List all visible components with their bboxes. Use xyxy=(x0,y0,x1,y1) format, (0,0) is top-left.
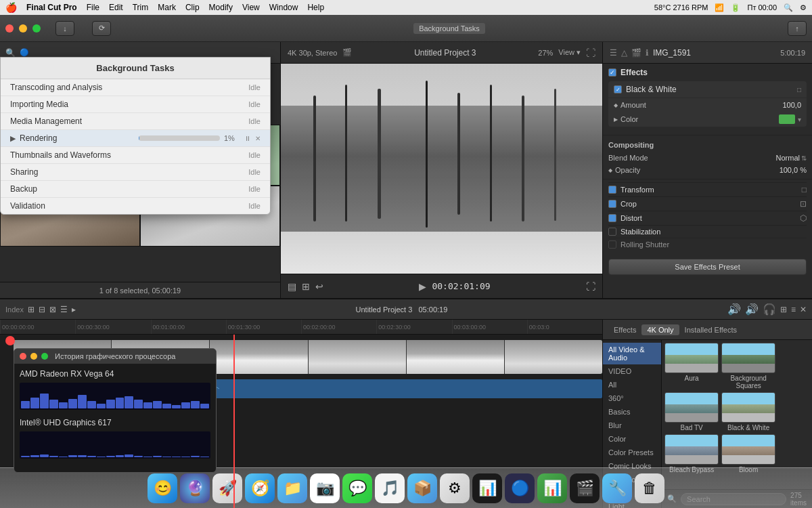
task-validation-status: Idle xyxy=(248,202,261,210)
index-label[interactable]: Index xyxy=(5,305,24,314)
pause-icon[interactable]: ⏸ xyxy=(244,135,251,142)
fullscreen-icon[interactable]: ⛶ xyxy=(586,47,595,58)
task-transcoding-status: Idle xyxy=(248,83,261,91)
tl-btn-3[interactable]: ⊠ xyxy=(49,305,56,314)
color-expand[interactable]: ▶ xyxy=(614,117,618,123)
dock-siri[interactable]: 🔮 xyxy=(180,473,210,503)
save-effects-btn[interactable]: Save Effects Preset xyxy=(608,259,807,275)
cat-color-presets[interactable]: Color Presets xyxy=(603,446,661,459)
clip-view-btn[interactable]: ▤ xyxy=(288,281,296,292)
tab-4k-only[interactable]: 4K Only xyxy=(641,324,679,335)
dock-messages[interactable]: 💬 xyxy=(342,473,372,503)
cat-blur[interactable]: Blur xyxy=(603,419,661,432)
play-btn[interactable]: ▶ xyxy=(419,281,426,292)
tl-zoom-in[interactable]: 🔊 xyxy=(745,303,759,316)
gpu-minimize-dot[interactable] xyxy=(30,353,37,360)
effects-label: Effects xyxy=(621,68,648,77)
inspector-icon-1[interactable]: ☰ xyxy=(610,48,617,58)
tl-btn-4[interactable]: ☰ xyxy=(60,305,68,314)
tl-btn-5[interactable]: ▸ xyxy=(72,305,76,314)
bw-expand-icon: □ xyxy=(797,86,801,93)
cat-all[interactable]: All xyxy=(603,378,661,391)
dock-finder[interactable]: 😊 xyxy=(148,473,177,503)
view-menu-btn[interactable]: View ▾ xyxy=(558,48,581,57)
toolbar-btn-2[interactable]: ⟳ xyxy=(92,21,111,36)
browser-search-icon[interactable]: 🔍 xyxy=(5,48,16,58)
modify-menu[interactable]: Modify xyxy=(209,3,233,12)
ctrl-btn-2[interactable]: ⊞ xyxy=(302,281,310,292)
cat-360[interactable]: 360° xyxy=(603,391,661,405)
tab-effects[interactable]: Effects xyxy=(608,324,641,335)
task-validation: Validation xyxy=(10,201,248,211)
dock-extra[interactable]: 🔧 xyxy=(602,473,632,503)
dock-fcp[interactable]: 🎬 xyxy=(570,473,600,503)
transform-icon: □ xyxy=(802,185,807,194)
help-menu[interactable]: Help xyxy=(307,3,324,12)
dock-numbers[interactable]: 📊 xyxy=(537,473,567,503)
dock-launchpad[interactable]: 🚀 xyxy=(212,473,242,503)
effects-checkbox[interactable]: ✓ xyxy=(608,68,616,77)
traffic-light-expand[interactable] xyxy=(32,24,41,33)
stabilization-checkbox[interactable] xyxy=(608,228,616,236)
tab-installed[interactable]: Installed Effects xyxy=(679,324,742,335)
dock-trash[interactable]: 🗑 xyxy=(635,473,664,503)
traffic-light-minimize[interactable] xyxy=(19,24,27,33)
share-btn[interactable]: ↑ xyxy=(788,21,807,36)
dock-safari[interactable]: 🧭 xyxy=(245,473,275,503)
effect-item-1[interactable]: Background Squares xyxy=(721,343,775,389)
dock-photos[interactable]: 📷 xyxy=(310,473,340,503)
color-expand-btn[interactable]: ▾ xyxy=(798,116,801,123)
inspector-icon-2[interactable]: △ xyxy=(621,48,627,58)
ctrl-btn-3[interactable]: ↩ xyxy=(315,281,323,292)
clip-menu[interactable]: Clip xyxy=(185,3,200,12)
dock-music[interactable]: 🎵 xyxy=(375,473,405,503)
gpu-expand-dot[interactable] xyxy=(41,353,48,360)
inspector-icon-4[interactable]: ℹ xyxy=(646,48,649,58)
cat-video[interactable]: VIDEO xyxy=(603,364,661,378)
window-menu[interactable]: Window xyxy=(269,3,298,12)
traffic-light-close[interactable] xyxy=(5,24,14,33)
effect-item-3[interactable]: Black & White xyxy=(721,392,775,431)
tl-zoom-out[interactable]: 🔊 xyxy=(727,303,741,316)
stop-icon[interactable]: ✕ xyxy=(255,135,261,142)
color-swatch[interactable] xyxy=(779,114,795,124)
view-menu[interactable]: View xyxy=(242,3,260,12)
effect-item-0[interactable]: Aura xyxy=(664,343,719,389)
control-center[interactable]: ⚙ xyxy=(800,3,807,12)
tl-view-btn[interactable]: ⊞ xyxy=(780,305,787,314)
rolling-checkbox[interactable] xyxy=(608,240,616,249)
dock-activity[interactable]: 📊 xyxy=(472,473,502,503)
fullscreen-btn[interactable]: ⛶ xyxy=(586,281,595,292)
trim-menu[interactable]: Trim xyxy=(133,3,149,12)
cat-basics[interactable]: Basics xyxy=(603,405,661,419)
dock-safari-2[interactable]: ⚙ xyxy=(440,473,470,503)
app-menu[interactable]: Final Cut Pro xyxy=(26,3,77,12)
apple-menu[interactable]: 🍎 xyxy=(5,2,17,13)
tl-btn-2[interactable]: ⊟ xyxy=(39,305,45,314)
tl-project-duration: 05:00:19 xyxy=(419,305,448,314)
tl-close-btn[interactable]: ✕ xyxy=(800,305,807,314)
tl-btn-1[interactable]: ⊞ xyxy=(28,305,35,314)
cat-color[interactable]: Color xyxy=(603,432,661,446)
dock-3d[interactable]: 🔵 xyxy=(505,473,535,503)
search-icon[interactable]: 🔍 xyxy=(784,3,793,12)
transform-checkbox[interactable] xyxy=(608,186,616,194)
background-tasks-btn[interactable]: Background Tasks xyxy=(413,23,485,34)
tl-headphones[interactable]: 🎧 xyxy=(763,303,776,316)
edit-menu[interactable]: Edit xyxy=(109,3,123,12)
bw-checkbox[interactable]: ✓ xyxy=(614,85,622,93)
dock-app-store[interactable]: 📦 xyxy=(407,473,437,503)
import-btn[interactable]: ↓ xyxy=(55,21,74,36)
dock-files[interactable]: 📁 xyxy=(277,473,307,503)
effect-item-2[interactable]: Bad TV xyxy=(664,392,719,431)
file-menu[interactable]: File xyxy=(87,3,99,12)
inspector-icon-3[interactable]: 🎬 xyxy=(631,48,641,58)
mark-menu[interactable]: Mark xyxy=(158,3,176,12)
blend-mode-value[interactable]: Normal xyxy=(776,154,800,162)
gpu-close-dot[interactable] xyxy=(20,353,26,360)
tl-settings-btn[interactable]: ≡ xyxy=(791,305,796,314)
distort-checkbox[interactable] xyxy=(608,214,616,222)
viewer-canvas[interactable] xyxy=(281,64,602,274)
cat-all-video-audio[interactable]: All Video & Audio xyxy=(603,343,661,364)
crop-checkbox[interactable] xyxy=(608,200,616,208)
